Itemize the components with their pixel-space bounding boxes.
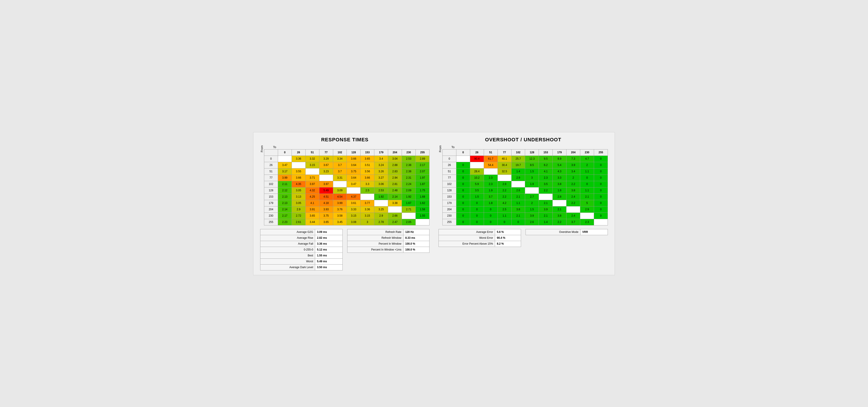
matrix-cell: 3.36 — [291, 156, 305, 162]
avg-rise-label: Average Rise — [260, 235, 315, 241]
matrix-cell: 3.06 — [374, 181, 388, 187]
matrix-cell — [361, 193, 374, 200]
col-header: 204 — [566, 149, 580, 156]
matrix-cell: 3.9 — [525, 213, 539, 219]
from-label-response: From — [260, 146, 264, 157]
matrix-cell: 1.92 — [402, 193, 416, 200]
col-header: 0 — [278, 149, 291, 156]
matrix-cell: 3.91 — [305, 206, 319, 213]
percent-plus1-value: 100.0 % — [403, 247, 429, 253]
matrix-cell: 3.47 — [278, 162, 291, 168]
matrix-cell: 3.58 — [333, 213, 347, 219]
matrix-cell: 12.3 — [525, 156, 539, 162]
col-header: 102 — [333, 149, 347, 156]
matrix-cell — [498, 175, 511, 181]
matrix-cell: 0 — [456, 206, 470, 213]
table-row: 03.363.323.293.343.663.653.43.042.532.89 — [264, 156, 430, 162]
row-header: 26 — [442, 162, 456, 168]
table-row: Error Percent Above 15% 8.2 % — [439, 241, 521, 247]
response-matrix-wrapper: From To 026517710212815317920423025503.3… — [260, 146, 430, 225]
overshoot-matrix-content: To 0265177102128153179204230255090.461.7… — [442, 146, 608, 225]
matrix-cell: 2.1 — [539, 213, 553, 219]
matrix-cell: 1.1 — [580, 187, 594, 193]
matrix-cell: 2.14 — [388, 193, 402, 200]
matrix-cell: 3.99 — [278, 175, 291, 181]
col-header: 0 — [456, 149, 470, 156]
matrix-cell: 3.45 — [333, 219, 347, 225]
matrix-cell: 4.35 — [291, 181, 305, 187]
matrix-cell: 0 — [470, 206, 484, 213]
best-value: 1.55 ms — [315, 253, 342, 258]
matrix-cell: 3.8 — [553, 181, 566, 187]
matrix-cell: 2 — [566, 175, 580, 181]
matrix-cell: 40.1 — [498, 156, 511, 162]
row-header: 0 — [264, 156, 278, 162]
matrix-cell: 1.8 — [484, 200, 498, 206]
col-header: 179 — [374, 149, 388, 156]
matrix-cell: 3.7 — [333, 168, 347, 175]
matrix-cell — [402, 213, 416, 219]
matrix-cell: 3.64 — [347, 175, 361, 181]
matrix-cell: 3.04 — [388, 156, 402, 162]
col-header: 26 — [291, 149, 305, 156]
matrix-cell: 3.9 — [539, 206, 553, 213]
matrix-cell: 3.05 — [291, 187, 305, 193]
matrix-cell: 3.15 — [361, 213, 374, 219]
matrix-cell: 0 — [594, 206, 608, 213]
matrix-cell: 2.1 — [539, 200, 553, 206]
matrix-cell: 1.62 — [415, 200, 429, 206]
matrix-cell: 0 — [456, 175, 470, 181]
table-row: Refresh Window 8.33 ms — [347, 235, 430, 241]
matrix-cell: 2.94 — [388, 175, 402, 181]
col-header: 26 — [470, 149, 484, 156]
worst-label: Worst — [260, 258, 315, 264]
matrix-cell: 0 — [456, 219, 470, 225]
overshoot-panel: OVERSHOOT / UNDERSHOOT From To 026517710… — [438, 137, 608, 271]
table-row: 26054.430.419.78.56.25.43.920 — [442, 162, 608, 168]
to-label-response: To — [264, 146, 430, 149]
matrix-cell: 2.09 — [402, 187, 416, 193]
avg-fall-label: Average Fall — [260, 241, 315, 247]
matrix-cell: 2.07 — [415, 168, 429, 175]
matrix-cell: 2.5 — [498, 206, 511, 213]
row-header: 179 — [442, 200, 456, 206]
range-value: 5.12 ms — [315, 247, 342, 253]
table-row: 2302.172.723.653.753.583.153.152.92.661.… — [264, 213, 430, 219]
percent-in-window-value: 100.0 % — [403, 241, 429, 247]
overshoot-matrix-table: 0265177102128153179204230255090.461.740.… — [442, 149, 608, 225]
response-times-title: RESPONSE TIMES — [260, 137, 430, 143]
row-header: 102 — [264, 181, 278, 187]
corner-cell — [264, 149, 278, 156]
matrix-cell: 0 — [456, 162, 470, 168]
matrix-cell: 2.83 — [388, 168, 402, 175]
row-header: 77 — [442, 175, 456, 181]
avg-g2g-value: 3.09 ms — [315, 229, 342, 235]
col-header: 179 — [553, 149, 566, 156]
stats-middle-table: Refresh Rate 120 Hz Refresh Window 8.33 … — [347, 229, 430, 253]
matrix-cell — [525, 187, 539, 193]
table-row: 513.173.553.233.73.753.563.262.832.382.0… — [264, 168, 430, 175]
overdrive-label: Overdrive Mode — [526, 229, 580, 235]
matrix-cell: 2.5 — [361, 187, 374, 193]
table-row: 12803.51.92.22.62.21.83.81.10 — [442, 187, 608, 193]
matrix-cell: 3.65 — [305, 213, 319, 219]
matrix-cell: 4.1 — [539, 168, 553, 175]
matrix-cell: 2.13 — [278, 193, 291, 200]
matrix-cell: 2.3 — [539, 175, 553, 181]
matrix-cell: 1.75 — [415, 187, 429, 193]
matrix-cell: 3.15 — [305, 162, 319, 168]
row-header: 0 — [442, 156, 456, 162]
matrix-cell: 2.1 — [553, 206, 566, 213]
col-header: 255 — [415, 149, 429, 156]
table-row: 263.473.153.673.73.643.513.242.882.382.1… — [264, 162, 430, 168]
matrix-cell: 3.3 — [361, 181, 374, 187]
matrix-cell: 1.9 — [484, 187, 498, 193]
avg-fall-value: 3.36 ms — [315, 241, 342, 247]
refresh-window-value: 8.33 ms — [403, 235, 429, 241]
matrix-cell: 2.2 — [498, 187, 511, 193]
matrix-cell: 3 — [361, 219, 374, 225]
to-label-overshoot: To — [442, 146, 608, 149]
matrix-cell — [484, 168, 498, 175]
matrix-cell: 2.3 — [484, 181, 498, 187]
matrix-cell: 1.87 — [415, 181, 429, 187]
